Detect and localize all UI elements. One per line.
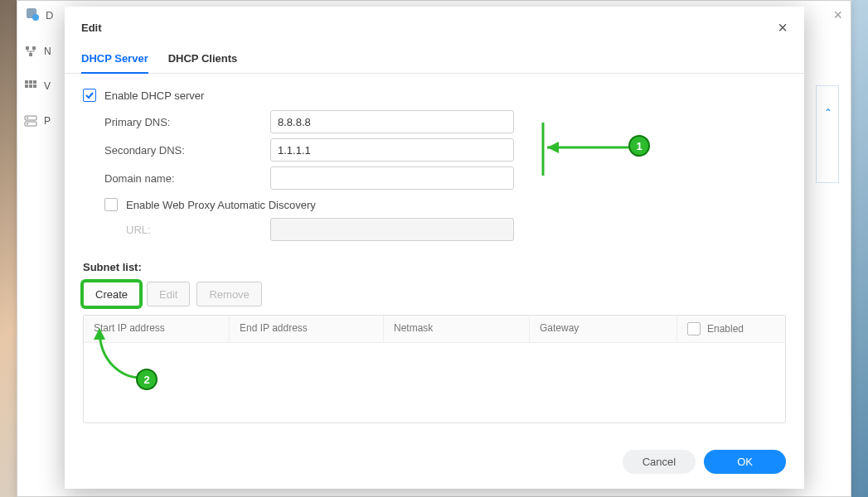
url-input	[270, 218, 514, 241]
edit-dialog: Edit × DHCP Server DHCP Clients Enable D…	[65, 7, 804, 489]
secondary-dns-label: Secondary DNS:	[104, 144, 270, 157]
svg-rect-6	[29, 80, 32, 84]
table-body-empty	[84, 343, 785, 422]
col-enabled[interactable]: Enabled	[677, 316, 785, 342]
table-header: Start IP address End IP address Netmask …	[84, 316, 785, 343]
svg-rect-5	[25, 80, 28, 84]
cancel-button[interactable]: Cancel	[623, 450, 696, 474]
app-icon	[26, 7, 41, 24]
svg-rect-4	[29, 53, 32, 56]
tabs: DHCP Server DHCP Clients	[65, 44, 804, 74]
tab-dhcp-server[interactable]: DHCP Server	[81, 44, 148, 73]
col-end-ip[interactable]: End IP address	[230, 316, 384, 342]
enable-wpad-label: Enable Web Proxy Automatic Discovery	[126, 199, 316, 211]
create-button[interactable]: Create	[83, 282, 140, 306]
subnet-buttons: Create Edit Remove	[83, 282, 786, 306]
secondary-dns-input[interactable]	[270, 138, 514, 162]
bg-right-panel	[816, 85, 839, 183]
secondary-dns-row: Secondary DNS:	[104, 138, 786, 162]
edit-button: Edit	[147, 282, 190, 306]
svg-rect-7	[33, 80, 36, 84]
network-icon	[24, 45, 37, 58]
svg-rect-8	[25, 84, 28, 88]
url-label: URL:	[126, 224, 270, 236]
domain-name-label: Domain name:	[104, 172, 270, 185]
bg-sidebar-label: P	[44, 115, 51, 127]
server-icon	[24, 114, 37, 128]
bg-sidebar-label: N	[44, 46, 51, 57]
dialog-title: Edit	[81, 22, 102, 34]
bg-title: D	[46, 9, 53, 22]
enable-dhcp-label: Enable DHCP server	[104, 89, 204, 102]
enable-wpad-row: Enable Web Proxy Automatic Discovery	[104, 198, 786, 211]
tab-dhcp-clients[interactable]: DHCP Clients	[168, 44, 238, 73]
col-enabled-label: Enabled	[707, 323, 744, 335]
primary-dns-label: Primary DNS:	[104, 116, 270, 128]
dialog-content: Enable DHCP server Primary DNS: Secondar…	[65, 74, 804, 438]
remove-button: Remove	[196, 282, 261, 306]
svg-rect-3	[32, 46, 36, 50]
subnet-table: Start IP address End IP address Netmask …	[83, 315, 786, 423]
enable-dhcp-checkbox[interactable]	[83, 89, 96, 102]
subnet-list-title: Subnet list:	[83, 261, 786, 273]
enable-dhcp-row: Enable DHCP server	[83, 89, 786, 102]
bg-close-icon[interactable]: ×	[833, 7, 842, 24]
domain-name-row: Domain name:	[104, 166, 786, 190]
chevron-up-icon[interactable]: ⌃	[824, 107, 832, 118]
url-row: URL:	[126, 218, 786, 241]
svg-rect-9	[29, 84, 32, 88]
primary-dns-input[interactable]	[270, 110, 514, 133]
svg-rect-2	[26, 46, 29, 50]
col-gateway[interactable]: Gateway	[530, 316, 677, 342]
primary-dns-row: Primary DNS:	[104, 110, 786, 133]
dialog-footer: Cancel OK	[65, 438, 804, 489]
col-start-ip[interactable]: Start IP address	[84, 316, 230, 342]
col-netmask[interactable]: Netmask	[384, 316, 530, 342]
bg-sidebar-label: V	[44, 80, 51, 92]
domain-name-input[interactable]	[270, 166, 514, 190]
enabled-header-checkbox[interactable]	[687, 322, 701, 335]
svg-point-13	[27, 118, 28, 119]
svg-rect-10	[33, 84, 36, 88]
svg-point-1	[32, 14, 39, 21]
grid-icon	[24, 80, 37, 93]
close-icon[interactable]: ×	[778, 18, 788, 37]
enable-wpad-checkbox[interactable]	[104, 198, 118, 211]
ok-button[interactable]: OK	[704, 450, 786, 474]
svg-point-14	[27, 123, 28, 125]
dialog-header: Edit ×	[65, 7, 804, 44]
